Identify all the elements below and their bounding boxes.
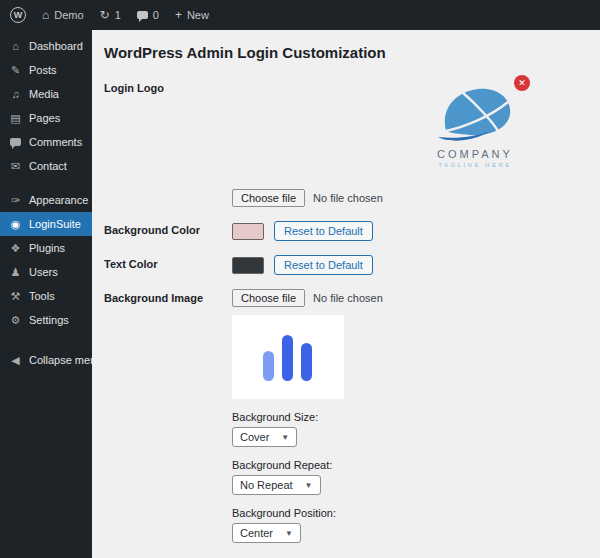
background-position-label: Background Position: — [232, 507, 586, 519]
plugins-icon: ❖ — [9, 243, 22, 254]
media-icon: ♫ — [9, 89, 22, 100]
text-color-reset-button[interactable]: Reset to Default — [274, 255, 373, 275]
appearance-icon: ✑ — [9, 195, 22, 206]
delete-logo-button[interactable]: ✕ — [514, 75, 530, 91]
sidebar-item-label: Pages — [29, 112, 60, 124]
sidebar-item-appearance[interactable]: ✑ Appearance — [0, 188, 92, 212]
company-tagline-text: TAGLINE HERE — [414, 162, 536, 168]
collapse-arrow-icon: ◀ — [9, 355, 22, 366]
background-size-label: Background Size: — [232, 411, 586, 423]
text-color-row: Text Color Reset to Default — [104, 255, 586, 275]
sidebar-item-label: Settings — [29, 314, 69, 326]
company-leaf-icon — [432, 83, 518, 143]
background-file-status: No file chosen — [313, 292, 383, 304]
background-color-field: Reset to Default — [232, 221, 586, 241]
login-logo-preview-area: ✕ COMPANY TAGLINE HERE — [232, 83, 586, 185]
background-position-select[interactable]: Center ▼ — [232, 523, 301, 543]
update-icon: ↻ — [100, 9, 110, 21]
loginsuite-icon: ◉ — [9, 219, 22, 230]
sidebar-item-label: Posts — [29, 64, 57, 76]
sidebar-item-label: LoginSuite — [29, 218, 81, 230]
sidebar-item-label: Comments — [29, 136, 82, 148]
admin-bar: W ⌂ Demo ↻ 1 0 + New — [0, 0, 600, 30]
background-color-row: Background Color Reset to Default — [104, 221, 586, 241]
sidebar-item-media[interactable]: ♫ Media — [0, 82, 92, 106]
logo-file-status: No file chosen — [313, 192, 383, 204]
contact-icon: ✉ — [9, 161, 22, 172]
chevron-down-icon: ▼ — [305, 481, 313, 490]
login-logo-field: ✕ COMPANY TAGLINE HERE Choose file — [232, 79, 586, 207]
logo-file-control: Choose file No file chosen — [232, 189, 586, 207]
background-color-label: Background Color — [104, 221, 232, 241]
pages-icon: ▤ — [9, 113, 22, 124]
background-position-value: Center — [240, 527, 273, 539]
sidebar-item-label: Dashboard — [29, 40, 83, 52]
home-icon: ⌂ — [42, 9, 49, 21]
sidebar-item-plugins[interactable]: ❖ Plugins — [0, 236, 92, 260]
comments-indicator[interactable]: 0 — [137, 9, 159, 21]
sidebar-item-label: Appearance — [29, 194, 88, 206]
collapse-menu-button[interactable]: ◀ Collapse menu — [0, 348, 92, 372]
text-color-label: Text Color — [104, 255, 232, 275]
settings-page: WordPress Admin Login Customization Logi… — [92, 30, 600, 558]
tools-icon: ⚒ — [9, 291, 22, 302]
background-size-select[interactable]: Cover ▼ — [232, 427, 297, 447]
site-name-menu[interactable]: ⌂ Demo — [42, 9, 84, 21]
users-icon: ♟ — [9, 267, 22, 278]
background-choose-file-button[interactable]: Choose file — [232, 289, 305, 307]
background-color-reset-button[interactable]: Reset to Default — [274, 221, 373, 241]
sidebar-item-tools[interactable]: ⚒ Tools — [0, 284, 92, 308]
settings-icon: ⚙ — [9, 315, 22, 326]
logo-choose-file-button[interactable]: Choose file — [232, 189, 305, 207]
admin-sidebar: ⌂ Dashboard ✎ Posts ♫ Media ▤ Pages Comm… — [0, 30, 92, 558]
sidebar-item-label: Tools — [29, 290, 55, 302]
sidebar-item-settings[interactable]: ⚙ Settings — [0, 308, 92, 332]
sidebar-item-users[interactable]: ♟ Users — [0, 260, 92, 284]
new-content-menu[interactable]: + New — [175, 9, 209, 21]
comment-bubble-icon — [137, 11, 148, 19]
dashboard-icon: ⌂ — [9, 41, 22, 52]
sidebar-item-dashboard[interactable]: ⌂ Dashboard — [0, 34, 92, 58]
background-image-field: Choose file No file chosen Background Si… — [232, 289, 586, 558]
background-size-value: Cover — [240, 431, 269, 443]
new-label: New — [187, 9, 209, 21]
text-color-swatch[interactable] — [232, 257, 264, 274]
sidebar-item-label: Plugins — [29, 242, 65, 254]
login-logo-row: Login Logo ✕ COMPANY TAGLINE HERE — [104, 79, 586, 207]
update-count: 1 — [115, 9, 121, 21]
background-repeat-value: No Repeat — [240, 479, 293, 491]
background-image-file-control: Choose file No file chosen — [232, 289, 586, 307]
background-image-row: Background Image Choose file No file cho… — [104, 289, 586, 558]
sidebar-item-label: Users — [29, 266, 58, 278]
background-repeat-select[interactable]: No Repeat ▼ — [232, 475, 321, 495]
page-title: WordPress Admin Login Customization — [104, 44, 586, 61]
background-color-swatch[interactable] — [232, 223, 264, 240]
sidebar-item-pages[interactable]: ▤ Pages — [0, 106, 92, 130]
sidebar-item-comments[interactable]: Comments — [0, 130, 92, 154]
comment-count: 0 — [153, 9, 159, 21]
sidebar-item-loginsuite[interactable]: ◉ LoginSuite — [0, 212, 92, 236]
site-name-label: Demo — [54, 9, 83, 21]
login-logo-label: Login Logo — [104, 79, 232, 207]
wordpress-logo-icon[interactable]: W — [10, 7, 26, 23]
sidebar-item-contact[interactable]: ✉ Contact — [0, 154, 92, 178]
chevron-down-icon: ▼ — [285, 529, 293, 538]
main-layout: ⌂ Dashboard ✎ Posts ♫ Media ▤ Pages Comm… — [0, 30, 600, 558]
comments-icon — [9, 137, 22, 148]
bar-chart-image — [261, 331, 315, 383]
sidebar-separator — [0, 178, 92, 188]
plus-icon: + — [175, 9, 182, 21]
login-logo-preview: COMPANY TAGLINE HERE — [414, 83, 536, 168]
posts-icon: ✎ — [9, 65, 22, 76]
sidebar-item-label: Contact — [29, 160, 67, 172]
text-color-field: Reset to Default — [232, 255, 586, 275]
updates-indicator[interactable]: ↻ 1 — [100, 9, 121, 21]
background-repeat-label: Background Repeat: — [232, 459, 586, 471]
sidebar-item-posts[interactable]: ✎ Posts — [0, 58, 92, 82]
background-image-label: Background Image — [104, 289, 232, 558]
chevron-down-icon: ▼ — [281, 433, 289, 442]
company-name-text: COMPANY — [414, 148, 536, 160]
background-image-preview — [232, 315, 344, 399]
sidebar-item-label: Media — [29, 88, 59, 100]
